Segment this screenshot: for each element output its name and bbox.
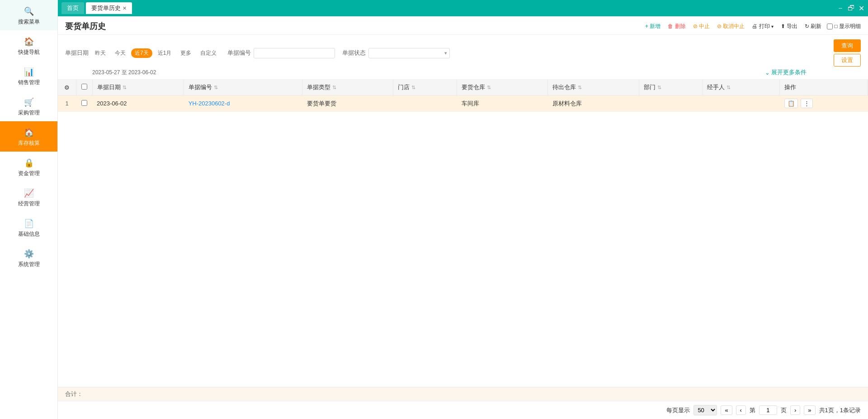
date-chip-近7天[interactable]: 近7天 xyxy=(131,48,152,58)
sidebar-item-label: 基础信息 xyxy=(18,230,40,238)
sidebar-item-finance[interactable]: 🔒资金管理 xyxy=(0,152,57,182)
window-minimize-button[interactable]: － xyxy=(837,4,844,13)
row-more-button[interactable]: ⋮ xyxy=(801,99,813,108)
sidebar-item-basic-info[interactable]: 📄基础信息 xyxy=(0,212,57,243)
date-chip-近1月[interactable]: 近1月 xyxy=(154,48,175,58)
sidebar-item-label: 资金管理 xyxy=(18,170,40,177)
print-button[interactable]: 🖨 打印 ▾ xyxy=(750,22,775,31)
docno-filter-label: 单据编号 xyxy=(227,49,251,57)
new-button[interactable]: + 新增 xyxy=(643,22,662,31)
cancel-stop-button-label: ⊘ 取消中止 xyxy=(717,23,745,30)
main-area: 首页 要货单历史 ✕ － 🗗 ✕ 要货单历史 + 新增 🗑 删除 ⊘ xyxy=(58,0,868,419)
col-store: 门店 ⇅ xyxy=(393,80,457,95)
page-header: 要货单历史 + 新增 🗑 删除 ⊘ 中止 ⊘ 取消中止 🖨 打印 ▾ xyxy=(58,16,868,35)
select-all-checkbox[interactable] xyxy=(81,84,87,90)
cell-checkbox xyxy=(76,95,92,112)
sidebar-item-inventory[interactable]: 🏠库存核算 xyxy=(0,121,57,152)
sales-icon: 📊 xyxy=(24,67,34,77)
page-prefix-label: 第 xyxy=(750,406,755,414)
col-department-sort-icon[interactable]: ⇅ xyxy=(657,85,661,90)
row-checkbox[interactable] xyxy=(81,100,87,106)
next-page-button[interactable]: › xyxy=(790,405,800,415)
filter-group-docno: 单据编号 xyxy=(227,48,335,58)
table-header-row: ⚙ 单据日期 ⇅ 单据编号 xyxy=(58,80,868,95)
cancel-stop-button[interactable]: ⊘ 取消中止 xyxy=(715,22,746,31)
delete-button[interactable]: 🗑 删除 xyxy=(666,22,687,31)
col-settings[interactable]: ⚙ xyxy=(58,80,76,95)
table-header: ⚙ 单据日期 ⇅ 单据编号 xyxy=(58,80,868,95)
sidebar-item-search[interactable]: 🔍搜索菜单 xyxy=(0,0,57,30)
new-button-label: + 新增 xyxy=(645,23,660,30)
date-chip-昨天[interactable]: 昨天 xyxy=(91,48,109,58)
col-req-warehouse-sort-icon[interactable]: ⇅ xyxy=(487,85,491,90)
total-info: 共1页，1条记录 xyxy=(819,406,861,414)
col-pending-warehouse-sort-icon[interactable]: ⇅ xyxy=(578,85,582,90)
per-page-select[interactable]: 50 20 100 xyxy=(693,405,717,415)
show-detail-toggle[interactable]: □ 显示明细 xyxy=(827,23,861,30)
print-dropdown-icon[interactable]: ▾ xyxy=(771,24,774,29)
sidebar-item-operations[interactable]: 📈经营管理 xyxy=(0,182,57,212)
filter-row-1: 单据日期 昨天今天近7天近1月更多自定义 单据编号 单据状态 xyxy=(65,39,861,67)
date-chip-自定义[interactable]: 自定义 xyxy=(197,48,220,58)
refresh-button[interactable]: ↻ 刷新 xyxy=(803,22,823,31)
date-chip-更多[interactable]: 更多 xyxy=(177,48,195,58)
last-page-button[interactable]: » xyxy=(804,405,815,415)
prev-page-button[interactable]: ‹ xyxy=(736,405,746,415)
page-number-input[interactable] xyxy=(759,405,777,415)
cell-pending-warehouse: 原材料仓库 xyxy=(548,95,639,112)
first-page-button[interactable]: « xyxy=(721,405,732,415)
doc-no-link[interactable]: YH-20230602-d xyxy=(189,100,230,107)
tab-home[interactable]: 首页 xyxy=(61,2,84,14)
sidebar-item-sales[interactable]: 📊销售管理 xyxy=(0,61,57,91)
col-handler-sort-icon[interactable]: ⇅ xyxy=(726,85,731,90)
col-store-sort-icon[interactable]: ⇅ xyxy=(411,85,415,90)
row-copy-button[interactable]: 📋 xyxy=(784,99,798,108)
status-select[interactable] xyxy=(368,48,450,58)
query-button[interactable]: 查询 xyxy=(834,39,861,52)
col-req-warehouse-label: 要货仓库 xyxy=(462,83,485,91)
summary-label: 合计： xyxy=(65,390,83,397)
col-operations: 操作 xyxy=(780,80,868,95)
sidebar-item-quick-nav[interactable]: 🏠快捷导航 xyxy=(0,30,57,61)
sidebar-item-label: 经营管理 xyxy=(18,200,40,208)
expand-more-button[interactable]: ⌄ 展开更多条件 xyxy=(765,68,807,76)
cell-doc-date: 2023-06-02 xyxy=(92,95,184,112)
table-row[interactable]: 1 2023-06-02 YH-20230602-d 要货单要货 车间库 原材料… xyxy=(58,95,868,112)
window-close-button[interactable]: ✕ xyxy=(859,4,864,13)
settings-button[interactable]: 设置 xyxy=(834,54,861,67)
quick-nav-icon: 🏠 xyxy=(24,37,34,47)
sidebar-item-label: 销售管理 xyxy=(18,79,40,86)
cell-store xyxy=(393,95,457,112)
sidebar-item-label: 搜索菜单 xyxy=(18,18,40,26)
stop-button-label: ⊘ 中止 xyxy=(693,23,710,30)
purchase-icon: 🛒 xyxy=(24,97,34,107)
search-icon: 🔍 xyxy=(24,6,34,16)
inventory-icon: 🏠 xyxy=(24,128,34,138)
date-chip-今天[interactable]: 今天 xyxy=(111,48,129,58)
export-button[interactable]: ⬆ 导出 xyxy=(779,22,799,31)
col-pending-warehouse-label: 待出仓库 xyxy=(552,83,576,91)
col-doc-date-sort-icon[interactable]: ⇅ xyxy=(123,85,127,90)
window-restore-button[interactable]: 🗗 xyxy=(848,4,855,12)
col-operations-label: 操作 xyxy=(784,84,796,90)
stop-button[interactable]: ⊘ 中止 xyxy=(691,22,712,31)
col-department: 部门 ⇅ xyxy=(639,80,703,95)
tab-requisition-label: 要货单历史 xyxy=(91,4,121,12)
tab-home-label: 首页 xyxy=(67,4,79,12)
show-detail-checkbox[interactable] xyxy=(827,24,833,29)
col-doc-type-sort-icon[interactable]: ⇅ xyxy=(332,85,336,90)
col-checkbox xyxy=(76,80,92,95)
col-doc-no-sort-icon[interactable]: ⇅ xyxy=(214,85,218,90)
sidebar-item-system[interactable]: ⚙️系统管理 xyxy=(0,243,57,273)
tab-requisition-history[interactable]: 要货单历史 ✕ xyxy=(86,2,132,14)
tab-close-icon[interactable]: ✕ xyxy=(123,5,127,11)
filter-group-status: 单据状态 ▾ xyxy=(342,48,450,58)
tab-bar-right: － 🗗 ✕ xyxy=(837,4,864,13)
sidebar-item-purchase[interactable]: 🛒采购管理 xyxy=(0,91,57,121)
finance-icon: 🔒 xyxy=(24,158,34,168)
col-doc-no: 单据编号 ⇅ xyxy=(184,80,302,95)
date-chips: 昨天今天近7天近1月更多自定义 xyxy=(91,48,220,58)
cell-req-warehouse: 车间库 xyxy=(457,95,548,112)
sidebar: 🔍搜索菜单🏠快捷导航📊销售管理🛒采购管理🏠库存核算🔒资金管理📈经营管理📄基础信息… xyxy=(0,0,58,419)
docno-input[interactable] xyxy=(254,48,335,58)
